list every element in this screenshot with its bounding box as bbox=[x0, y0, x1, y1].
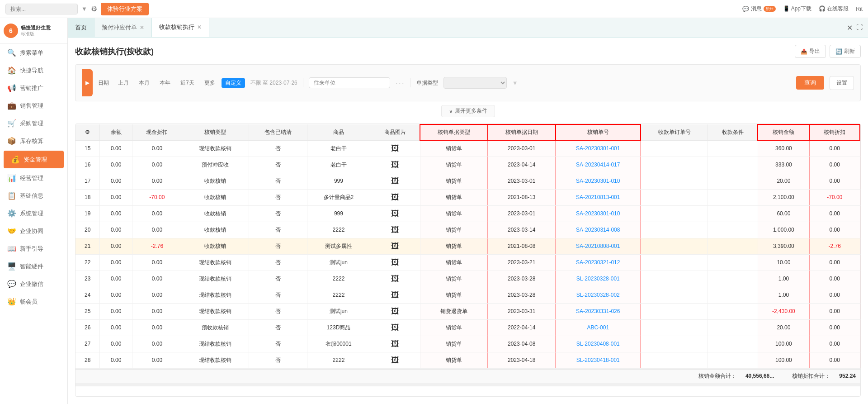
phone-icon: 📱 bbox=[783, 5, 790, 12]
col-header-product: 商品 bbox=[307, 124, 370, 140]
bill-no-link[interactable]: SA-20230414-017 bbox=[576, 162, 620, 168]
bill-no-link[interactable]: ABC-001 bbox=[587, 324, 609, 331]
bill-no-link[interactable]: SL-20230418-001 bbox=[576, 357, 620, 363]
message-badge: 99+ bbox=[764, 6, 776, 12]
sidebar-label-member: 畅会员 bbox=[20, 298, 38, 306]
cell-cancel-bill-no[interactable]: ABC-001 bbox=[556, 319, 641, 336]
cell-cancel-bill-no[interactable]: SA-20230314-008 bbox=[556, 222, 641, 238]
cell-collect-condition bbox=[708, 352, 758, 368]
tab-prepay[interactable]: 预付冲应付单 ✕ bbox=[94, 18, 152, 37]
cell-collect-order-no bbox=[641, 157, 708, 173]
cell-cancel-type: 收款核销 bbox=[182, 205, 249, 222]
bill-no-link[interactable]: SA-20230331-026 bbox=[576, 308, 620, 314]
expand-more-btn[interactable]: ∨ 展开更多条件 bbox=[441, 105, 495, 117]
filter-arrow-btn[interactable]: ▶ bbox=[82, 69, 93, 96]
cell-cash-discount: 0.00 bbox=[132, 352, 182, 368]
cell-cancel-type: 预收款核销 bbox=[182, 319, 249, 336]
window-expand-icon[interactable]: ⛶ bbox=[856, 24, 863, 32]
cell-cancel-bill-no[interactable]: SA-20210813-001 bbox=[556, 189, 641, 205]
bill-no-link[interactable]: SA-20230321-012 bbox=[576, 259, 620, 266]
date-btn-7days[interactable]: 近7天 bbox=[177, 78, 198, 88]
cell-include-settled: 否 bbox=[249, 271, 307, 287]
bill-no-link[interactable]: SA-20230314-008 bbox=[576, 227, 620, 233]
cell-cancel-bill-no[interactable]: SA-20230321-012 bbox=[556, 254, 641, 271]
user-name: Rit bbox=[856, 6, 863, 12]
col-header-collect-order-no: 收款单订单号 bbox=[641, 124, 708, 140]
bill-no-link[interactable]: SL-20230328-001 bbox=[576, 276, 620, 282]
cell-cancel-bill-no[interactable]: SA-20230331-026 bbox=[556, 303, 641, 319]
cell-balance: 0.00 bbox=[100, 352, 132, 368]
date-btn-this-year[interactable]: 本年 bbox=[156, 78, 174, 88]
cell-cash-discount: -2.76 bbox=[132, 238, 182, 254]
bill-no-link[interactable]: SA-20230301-001 bbox=[576, 145, 620, 152]
tab-prepay-close[interactable]: ✕ bbox=[140, 24, 144, 31]
col-header-cancel-bill-date: 核销单据日期 bbox=[488, 124, 556, 140]
date-btn-custom[interactable]: 自定义 bbox=[222, 78, 245, 88]
sidebar-item-basic[interactable]: 📋 基础信息 bbox=[0, 187, 67, 204]
bill-no-link[interactable]: SL-20230328-002 bbox=[576, 292, 620, 298]
sidebar-item-operations[interactable]: 📊 经营管理 bbox=[0, 169, 67, 187]
unit-dots[interactable]: ··· bbox=[396, 78, 405, 88]
message-area[interactable]: 💬 消息 99+ bbox=[742, 5, 776, 13]
bill-no-link[interactable]: SL-20230408-001 bbox=[576, 341, 620, 347]
cell-cash-discount: -70.00 bbox=[132, 189, 182, 205]
sidebar-item-enterprise[interactable]: 🤝 企业协同 bbox=[0, 222, 67, 240]
export-button[interactable]: 📤 导出 bbox=[795, 45, 826, 58]
sidebar-item-finance[interactable]: 💰 资金管理 bbox=[4, 151, 64, 168]
bill-type-select[interactable] bbox=[443, 77, 507, 89]
solution-button[interactable]: 体验行业方案 bbox=[101, 3, 149, 15]
date-btn-this-month[interactable]: 本月 bbox=[135, 78, 153, 88]
cell-cancel-bill-no[interactable]: SA-20230301-001 bbox=[556, 140, 641, 157]
bill-no-link[interactable]: SA-20210808-001 bbox=[576, 243, 620, 249]
date-btn-last-month[interactable]: 上月 bbox=[114, 78, 132, 88]
sidebar-item-sales[interactable]: 💼 销售管理 bbox=[0, 97, 67, 114]
sales-icon: 💼 bbox=[7, 101, 16, 110]
cell-cancel-bill-type: 销货单 bbox=[420, 222, 488, 238]
search-input[interactable] bbox=[5, 4, 78, 14]
cell-cancel-bill-no[interactable]: SL-20230328-001 bbox=[556, 271, 641, 287]
sidebar-item-guide[interactable]: 📖 新手引导 bbox=[0, 240, 67, 257]
cell-cancel-bill-no[interactable]: SL-20230328-002 bbox=[556, 287, 641, 303]
dropdown-icon[interactable]: ▼ bbox=[81, 5, 87, 12]
cell-cancel-bill-no[interactable]: SA-20230414-017 bbox=[556, 157, 641, 173]
cell-cancel-amount: 100.00 bbox=[758, 352, 809, 368]
sidebar-item-inventory[interactable]: 📦 库存核算 bbox=[0, 132, 67, 150]
col-header-gear[interactable]: ⚙ bbox=[75, 124, 100, 140]
sidebar-item-marketing[interactable]: 📢 营销推广 bbox=[0, 79, 67, 97]
tab-collection-close[interactable]: ✕ bbox=[197, 24, 202, 30]
sidebar-item-hardware[interactable]: 🖥️ 智能硬件 bbox=[0, 257, 67, 275]
enterprise-icon: 🤝 bbox=[7, 227, 16, 235]
tab-home[interactable]: 首页 bbox=[68, 18, 94, 37]
setting-button[interactable]: 设置 bbox=[830, 76, 854, 90]
sidebar-item-wechat[interactable]: 💬 企业微信 bbox=[0, 275, 67, 293]
cell-cancel-bill-no[interactable]: SL-20230418-001 bbox=[556, 352, 641, 368]
gear-icon[interactable]: ⚙ bbox=[91, 5, 97, 13]
refresh-button[interactable]: 🔄 刷新 bbox=[830, 45, 861, 58]
cell-cancel-bill-no[interactable]: SA-20230301-010 bbox=[556, 205, 641, 222]
sidebar-item-search[interactable]: 🔍 搜索菜单 bbox=[0, 44, 67, 62]
date-btn-more[interactable]: 更多 bbox=[201, 78, 219, 88]
cell-cancel-bill-no[interactable]: SA-20230301-010 bbox=[556, 173, 641, 189]
cell-cancel-bill-no[interactable]: SA-20210808-001 bbox=[556, 238, 641, 254]
sidebar-item-purchase[interactable]: 🛒 采购管理 bbox=[0, 114, 67, 132]
sidebar-item-member[interactable]: 👑 畅会员 bbox=[0, 293, 67, 310]
cell-no: 28 bbox=[75, 352, 100, 368]
sidebar-item-nav[interactable]: 🏠 快捷导航 bbox=[0, 62, 67, 79]
bill-no-link[interactable]: SA-20230301-010 bbox=[576, 210, 620, 217]
sidebar-item-system[interactable]: ⚙️ 系统管理 bbox=[0, 204, 67, 222]
horizontal-scrollbar[interactable] bbox=[75, 383, 860, 386]
cell-product-img: 🖼 bbox=[370, 287, 420, 303]
cell-cancel-bill-no[interactable]: SL-20230408-001 bbox=[556, 336, 641, 352]
cell-no: 15 bbox=[75, 140, 100, 157]
bill-no-link[interactable]: SA-20230301-010 bbox=[576, 178, 620, 184]
logo-area: 6 畅捷通好生意 标准版 bbox=[0, 18, 67, 44]
query-button[interactable]: 查询 bbox=[796, 76, 824, 90]
cell-cancel-type: 收款核销 bbox=[182, 173, 249, 189]
tab-collection[interactable]: 收款核销执行 ✕ bbox=[152, 18, 209, 37]
bill-no-link[interactable]: SA-20210813-001 bbox=[576, 194, 620, 200]
table-row: 280.000.00现结收款核销否2222🖼销货单2023-04-18SL-20… bbox=[75, 352, 860, 368]
online-service[interactable]: 🎧 在线客服 bbox=[819, 5, 849, 13]
window-close-icon[interactable]: ✕ bbox=[847, 24, 853, 32]
unit-input[interactable] bbox=[309, 77, 390, 88]
app-download[interactable]: 📱 App下载 bbox=[783, 5, 811, 13]
